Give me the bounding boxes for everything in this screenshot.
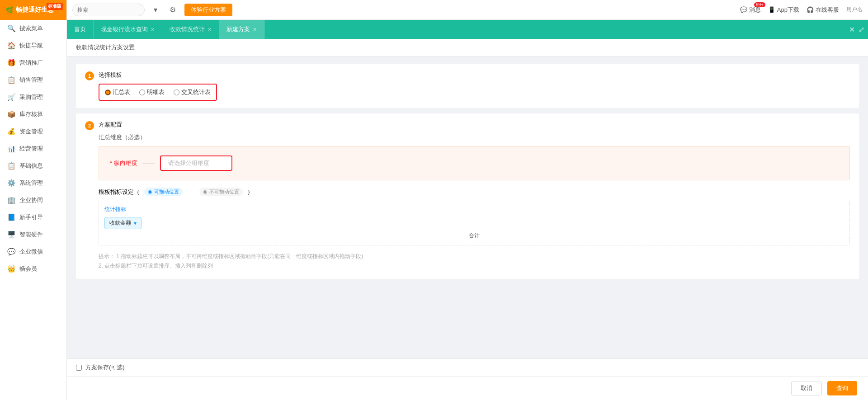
step2-section: 2 方案配置 汇总维度（必选） 纵向维度 —— 请选择分组维度 (85, 121, 850, 272)
dimension-arrow-icon: —— (143, 160, 155, 167)
marketing-icon: 🎁 (7, 59, 16, 67)
sidebar-item-marketing[interactable]: 🎁营销推广 (0, 54, 66, 71)
step1-section: 1 选择模板 汇总表明细表交叉统计表 (85, 71, 850, 101)
step1-card: 1 选择模板 汇总表明细表交叉统计表 (76, 64, 859, 108)
sales-icon: 📋 (7, 76, 16, 84)
dimension-select[interactable]: 请选择分组维度 (160, 155, 232, 171)
messages-item[interactable]: 💬 消息 99+ (740, 6, 761, 14)
guide-icon: 📘 (7, 213, 16, 221)
sidebar-item-quicknav[interactable]: 🏠快捷导航 (0, 37, 66, 54)
chevron-down-icon: ▾ (134, 220, 137, 226)
metrics-area: 统计指标 收款金额 ▾ 合计 (99, 200, 850, 245)
can-drag-indicator: ◉ (148, 189, 152, 195)
sidebar-item-wechat[interactable]: 💬企业微信 (0, 243, 66, 260)
page-header: 收款情况统计方案设置 (67, 39, 868, 56)
username: 用户名 (846, 6, 863, 14)
tab-label: 现金银行流水查询 (101, 25, 148, 33)
tab-close-icon[interactable]: ✕ (253, 27, 257, 33)
hint-2: 2. 点击标题栏下拉可设置排序、插入列和删除列 (99, 262, 850, 270)
sidebar-item-sales[interactable]: 📋销售管理 (0, 71, 66, 89)
page-body: 1 选择模板 汇总表明细表交叉统计表 2 方案配置 汇总维度（必选） (67, 56, 868, 358)
step1-title: 选择模板 (99, 71, 850, 79)
dropdown-button[interactable]: ▾ (150, 5, 161, 15)
save-checkbox[interactable] (76, 365, 82, 371)
sidebar-item-label-member: 畅会员 (19, 265, 37, 273)
radio-detail[interactable] (139, 89, 145, 95)
download-icon: 📱 (768, 6, 775, 13)
inventory-icon: 📦 (7, 110, 16, 118)
radio-label-detail: 明细表 (147, 88, 165, 96)
step2-badge: 2 (85, 121, 94, 130)
tab-close-icon[interactable]: ✕ (208, 27, 212, 33)
edition-badge: 标准版 (47, 3, 63, 10)
template-option-summary[interactable]: 汇总表 (105, 88, 130, 96)
sidebar-item-label-marketing: 营销推广 (19, 59, 43, 67)
template-option-detail[interactable]: 明细表 (139, 88, 165, 96)
cancel-button[interactable]: 取消 (791, 381, 822, 395)
tabbar-controls: ✕ ⤢ (845, 20, 868, 39)
sidebar-item-purchase[interactable]: 🛒采购管理 (0, 89, 66, 106)
sidebar-item-hardware[interactable]: 🖥️智能硬件 (0, 226, 66, 243)
metric-tag-label: 收款金额 (109, 219, 131, 227)
sidebar-item-inventory[interactable]: 📦库存核算 (0, 106, 66, 123)
vertical-dimension-label: 纵向维度 (110, 159, 137, 167)
sidebar-item-corp[interactable]: 🏢企业协同 (0, 192, 66, 209)
tab-close-icon[interactable]: ✕ (151, 27, 155, 33)
main-area: ▾ ⚙ 体验行业方案 💬 消息 99+ 📱 App下载 🎧 在线客服 用户名 首… (67, 0, 868, 400)
metrics-label-row: 模板指标设定（ ◉ 可拖动位置 ◉ 不可拖动位置 ） (99, 188, 850, 196)
tab-label: 新建方案 (226, 25, 250, 33)
tab-新建方案[interactable]: 新建方案✕ (219, 20, 264, 39)
maximize-button[interactable]: ⤢ (859, 25, 864, 34)
no-drag-badge-text (189, 188, 195, 196)
tab-label: 首页 (74, 25, 86, 33)
metric-subtotal-label: 合计 (469, 232, 480, 240)
sidebar-item-label-inventory: 库存核算 (19, 110, 43, 118)
industry-btn[interactable]: 体验行业方案 (184, 4, 232, 16)
member-icon: 👑 (7, 265, 16, 273)
sidebar-item-label-guide: 新手引导 (19, 213, 43, 221)
sidebar-item-basic[interactable]: 📋基础信息 (0, 157, 66, 174)
sidebar-logo: 🌿 畅捷通好生意 标准版 (0, 0, 66, 20)
service-item[interactable]: 🎧 在线客服 (807, 6, 839, 14)
sidebar-item-label-corp: 企业协同 (19, 196, 43, 204)
search-input[interactable] (72, 4, 145, 16)
sidebar-item-business[interactable]: 📊经营管理 (0, 140, 66, 157)
hint-1: 提示： 1.拖动标题栏可以调整布局，不可跨维度或指标区域拖动目字段(只能在同一维… (99, 253, 850, 260)
sidebar-item-search[interactable]: 🔍搜索菜单 (0, 20, 66, 37)
query-button[interactable]: 查询 (827, 381, 857, 395)
sidebar-item-finance[interactable]: 💰资金管理 (0, 123, 66, 140)
download-item[interactable]: 📱 App下载 (768, 6, 799, 14)
action-bar: 取消 查询 (67, 376, 868, 400)
quicknav-icon: 🏠 (7, 42, 16, 50)
tab-首页[interactable]: 首页 (67, 20, 94, 39)
logo-icon: 🌿 (5, 6, 13, 14)
dimension-row: 纵向维度 —— 请选择分组维度 (110, 155, 839, 171)
corp-icon: 🏢 (7, 196, 16, 204)
close-window-button[interactable]: ✕ (849, 25, 855, 34)
metric-tag-item[interactable]: 收款金额 ▾ (104, 217, 142, 229)
hints-area: 提示： 1.拖动标题栏可以调整布局，不可跨维度或指标区域拖动目字段(只能在同一维… (99, 253, 850, 270)
radio-cross[interactable] (174, 89, 179, 95)
radio-label-summary: 汇总表 (113, 88, 130, 96)
hardware-icon: 🖥️ (7, 231, 16, 239)
sidebar-item-guide[interactable]: 📘新手引导 (0, 209, 66, 226)
sidebar-item-label-wechat: 企业微信 (19, 248, 43, 256)
tab-现金银行流水查询[interactable]: 现金银行流水查询✕ (94, 20, 162, 39)
sidebar-item-label-system: 系统管理 (19, 179, 43, 187)
radio-summary[interactable] (105, 89, 111, 95)
business-icon: 📊 (7, 145, 16, 153)
template-options: 汇总表明细表交叉统计表 (99, 84, 217, 101)
tab-收款情况统计[interactable]: 收款情况统计✕ (162, 20, 219, 39)
footer-save: 方案保存(可选) (67, 358, 868, 376)
sidebar-item-member[interactable]: 👑畅会员 (0, 260, 66, 278)
basic-icon: 📋 (7, 162, 16, 170)
template-option-cross[interactable]: 交叉统计表 (174, 88, 211, 96)
sidebar-item-system[interactable]: ⚙️系统管理 (0, 174, 66, 192)
save-label: 方案保存(可选) (85, 363, 125, 372)
metrics-title-close: ） (247, 188, 253, 196)
topbar-right: 💬 消息 99+ 📱 App下载 🎧 在线客服 用户名 (740, 6, 863, 14)
settings-button[interactable]: ⚙ (166, 4, 179, 16)
system-icon: ⚙️ (7, 179, 16, 187)
step2-card: 2 方案配置 汇总维度（必选） 纵向维度 —— 请选择分组维度 (76, 113, 859, 279)
metrics-title-text: 模板指标设定（ (99, 188, 140, 196)
